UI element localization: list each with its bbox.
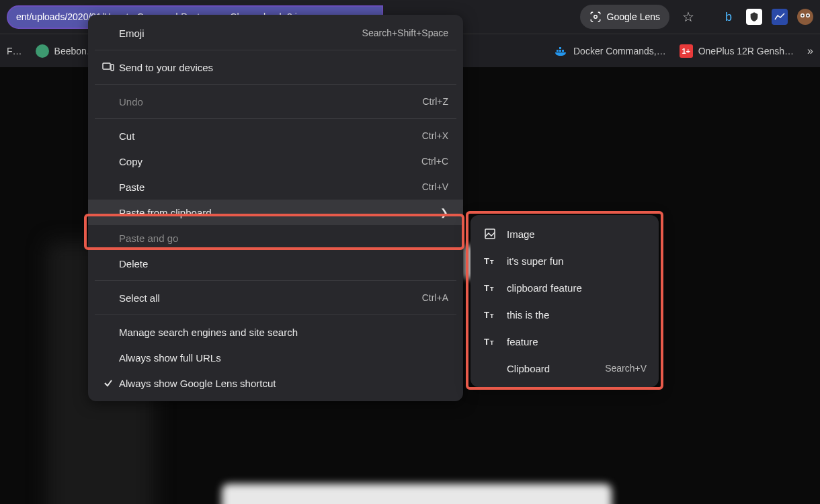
svg-point-3: [802, 15, 804, 17]
image-icon: [483, 228, 497, 240]
text-icon: TT: [483, 256, 497, 265]
svg-text:T: T: [490, 259, 494, 265]
menu-undo: Undo Ctrl+Z: [88, 89, 463, 114]
svg-point-0: [593, 15, 597, 19]
menu-delete[interactable]: Delete: [88, 251, 463, 276]
svg-rect-8: [559, 47, 561, 49]
menu-label: Cut: [119, 130, 422, 142]
menu-shortcut: Ctrl+C: [421, 156, 448, 167]
menu-emoji[interactable]: Emoji Search+Shift+Space: [88, 20, 463, 46]
text-icon: TT: [483, 337, 497, 346]
menu-copy[interactable]: Copy Ctrl+C: [88, 149, 463, 174]
menu-cut[interactable]: Cut Ctrl+X: [88, 123, 463, 149]
svg-text:T: T: [490, 312, 494, 319]
lens-icon: [589, 11, 602, 23]
menu-send-to-devices[interactable]: Send to your devices: [88, 54, 463, 80]
menu-shortcut: Ctrl+X: [422, 130, 448, 141]
svg-point-4: [807, 15, 809, 17]
menu-full-urls[interactable]: Always show full URLs: [88, 345, 463, 370]
menu-manage-search[interactable]: Manage search engines and site search: [88, 319, 463, 345]
profile-avatar-icon[interactable]: [797, 9, 813, 25]
svg-rect-6: [559, 50, 561, 52]
svg-text:T: T: [484, 337, 489, 346]
text-icon: TT: [483, 283, 497, 292]
chevron-right-icon: ❯: [440, 207, 448, 218]
shield-extension-icon[interactable]: [746, 9, 762, 25]
blurred-panel: [222, 484, 612, 504]
menu-label: Undo: [119, 96, 423, 108]
bookmark-label: Docker Commands,…: [573, 46, 666, 56]
svg-text:T: T: [484, 256, 489, 265]
menu-label: Always show full URLs: [119, 352, 448, 364]
menu-label: Delete: [119, 258, 448, 269]
menu-separator: [95, 84, 456, 85]
menu-shortcut: Ctrl+V: [422, 181, 448, 192]
menu-label: Manage search engines and site search: [119, 327, 448, 338]
text-icon: TT: [483, 310, 497, 319]
menu-label: Paste from clipboard: [119, 207, 440, 218]
clipboard-item-text[interactable]: TT this is the: [470, 301, 659, 328]
menu-separator: [95, 280, 456, 281]
svg-rect-7: [562, 50, 564, 52]
svg-rect-5: [557, 50, 559, 52]
svg-rect-10: [111, 65, 114, 71]
menu-label: Paste and go: [119, 233, 448, 244]
menu-paste-from-clipboard[interactable]: Paste from clipboard ❯: [88, 200, 463, 225]
menu-label: Always show Google Lens shortcut: [119, 378, 448, 389]
clipboard-item-text[interactable]: TT feature: [470, 328, 659, 355]
bing-extension-icon[interactable]: b: [721, 9, 737, 25]
check-icon: [97, 378, 119, 388]
menu-select-all[interactable]: Select all Ctrl+A: [88, 285, 463, 310]
menu-label: Copy: [119, 156, 421, 167]
lens-label: Google Lens: [607, 11, 660, 22]
svg-text:T: T: [484, 310, 489, 319]
google-lens-button[interactable]: Google Lens: [580, 5, 669, 29]
bookmark-favicon: [36, 44, 49, 58]
menu-label: Send to your devices: [119, 62, 448, 73]
menu-paste-and-go: Paste and go: [88, 225, 463, 251]
svg-rect-9: [103, 63, 110, 69]
clipboard-item-label: feature: [507, 336, 647, 347]
menu-label: Emoji: [119, 28, 362, 39]
bookmark-label: OnePlus 12R Gensh…: [698, 46, 794, 56]
bookmark-star-icon[interactable]: ☆: [676, 5, 700, 29]
menu-label: Select all: [119, 292, 422, 304]
menu-shortcut: Search+Shift+Space: [362, 28, 448, 38]
devices-icon: [97, 62, 119, 72]
bookmark-item[interactable]: Docker Commands,…: [555, 44, 666, 58]
clipboard-item-label: Image: [507, 228, 647, 240]
bookmark-item[interactable]: Beebon…: [36, 44, 96, 58]
menu-separator: [95, 118, 456, 119]
bookmark-item[interactable]: F…: [7, 46, 22, 56]
clipboard-footer-label: Clipboard: [507, 363, 596, 374]
svg-text:T: T: [490, 339, 494, 346]
clipboard-footer[interactable]: Clipboard Search+V: [470, 355, 659, 382]
docker-icon: [555, 44, 568, 58]
clipboard-footer-shortcut: Search+V: [605, 363, 647, 374]
menu-google-lens-shortcut[interactable]: Always show Google Lens shortcut: [88, 370, 463, 396]
menu-shortcut: Ctrl+Z: [423, 96, 449, 107]
menu-separator: [95, 50, 456, 50]
menu-separator: [95, 314, 456, 315]
menu-paste[interactable]: Paste Ctrl+V: [88, 174, 463, 200]
clipboard-submenu: Image TT it's super fun TT clipboard fea…: [470, 215, 659, 387]
oneplus-icon: 1+: [680, 44, 693, 58]
bookmark-label: F…: [7, 46, 22, 56]
extension-icons: b: [721, 9, 813, 25]
clipboard-item-label: it's super fun: [507, 255, 647, 267]
clipboard-item-label: clipboard feature: [507, 282, 647, 294]
svg-text:T: T: [484, 283, 489, 292]
clipboard-item-text[interactable]: TT clipboard feature: [470, 274, 659, 301]
menu-label: Paste: [119, 181, 422, 193]
context-menu: Emoji Search+Shift+Space Send to your de…: [88, 15, 463, 401]
clipboard-item-text[interactable]: TT it's super fun: [470, 247, 659, 274]
menu-shortcut: Ctrl+A: [422, 292, 448, 303]
bookmark-item[interactable]: 1+ OnePlus 12R Gensh…: [680, 44, 794, 58]
clipboard-item-label: this is the: [507, 309, 647, 321]
svg-text:T: T: [490, 286, 494, 292]
clipboard-item-image[interactable]: Image: [470, 220, 659, 247]
chart-extension-icon[interactable]: [772, 9, 788, 25]
bookmarks-overflow-icon[interactable]: »: [807, 45, 813, 57]
